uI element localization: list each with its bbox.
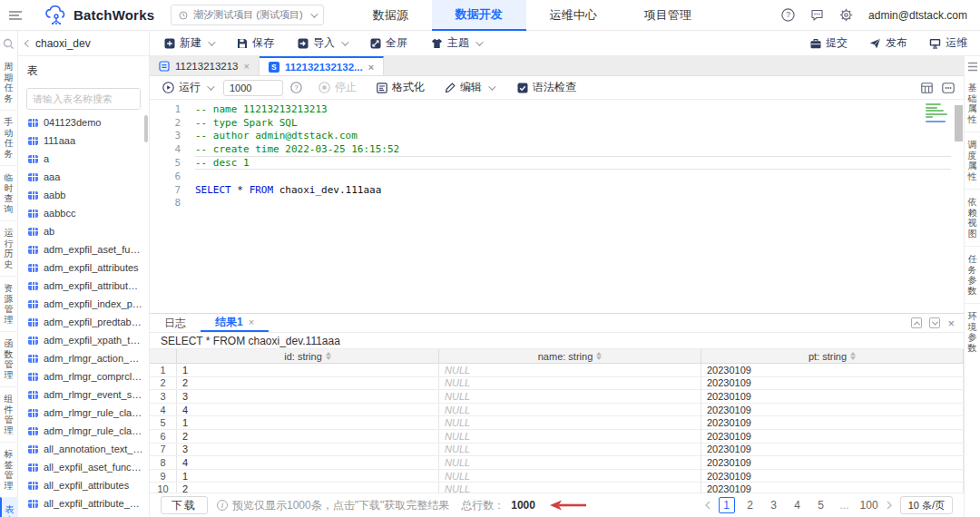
- expand-panel-icon[interactable]: [911, 317, 922, 328]
- new-button[interactable]: 新建: [164, 35, 213, 51]
- sort-icon[interactable]: [326, 352, 331, 360]
- nav-project-manage[interactable]: 项目管理: [621, 0, 715, 31]
- table-list-item[interactable]: a: [18, 150, 149, 168]
- table-list-item[interactable]: adm_rlmgr_comprcls_proper...: [18, 367, 149, 385]
- breadcrumb[interactable]: chaoxi_dev: [18, 31, 150, 55]
- rail-tab-run-history[interactable]: 运行历史: [0, 220, 18, 276]
- right-tab-basic-props[interactable]: 基础属性: [965, 75, 980, 132]
- table-list-item[interactable]: aaa: [18, 168, 149, 186]
- editor-tab-active[interactable]: S 112132132132... ×: [260, 56, 384, 75]
- page-button[interactable]: 4: [789, 497, 806, 513]
- right-tab-schedule-props[interactable]: 调度属性: [965, 132, 980, 189]
- help-icon[interactable]: ?: [781, 8, 795, 22]
- sidebar-scrollbar[interactable]: [144, 115, 148, 142]
- message-icon[interactable]: [810, 8, 824, 22]
- rail-tab-function-manage[interactable]: 函数管理: [0, 331, 18, 386]
- column-header-pt[interactable]: pt: string: [701, 349, 964, 363]
- rail-tab-table-query[interactable]: 表查询: [0, 497, 18, 517]
- table-list-item[interactable]: all_expfil_def_index_params: [18, 512, 149, 517]
- save-button[interactable]: 保存: [237, 35, 274, 51]
- table-list-item[interactable]: adm_expfil_predtab_attribut...: [18, 313, 149, 331]
- table-list-item[interactable]: aabb: [18, 186, 149, 204]
- ops-button[interactable]: 运维: [929, 35, 967, 51]
- table-list-item[interactable]: adm_expfil_index_params: [18, 295, 149, 313]
- page-size-select[interactable]: 10 条/页: [900, 496, 953, 514]
- table-list-item[interactable]: all_expfil_aset_functions: [18, 458, 149, 476]
- editor-scrollbar[interactable]: [955, 105, 963, 141]
- column-header-id[interactable]: id: string: [177, 349, 439, 363]
- table-list-item[interactable]: all_annotation_text_metadata: [18, 440, 149, 458]
- format-button[interactable]: 格式化: [377, 80, 425, 95]
- page-button[interactable]: 1: [719, 497, 735, 513]
- nav-ops-center[interactable]: 运维中心: [526, 0, 621, 31]
- prev-page-icon[interactable]: [704, 501, 711, 510]
- close-icon[interactable]: ×: [368, 62, 374, 73]
- close-panel-icon[interactable]: ×: [947, 317, 955, 330]
- sort-icon[interactable]: [596, 352, 602, 360]
- run-button[interactable]: 运行: [162, 80, 212, 95]
- table-list-item[interactable]: all_expfil_attributes: [18, 476, 149, 494]
- table-view-icon[interactable]: [921, 83, 933, 93]
- fullscreen-button[interactable]: 全屏: [370, 35, 407, 51]
- page-button[interactable]: 2: [742, 497, 759, 513]
- project-selector[interactable]: 潮汐测试项目 (测试项目): [171, 5, 323, 25]
- right-tab-env-params[interactable]: 环境参数: [965, 303, 980, 360]
- column-header-name[interactable]: name: string: [439, 349, 701, 363]
- syntax-check-button[interactable]: 语法检查: [517, 80, 576, 95]
- nav-data-develop[interactable]: 数据开发: [432, 0, 526, 31]
- import-button[interactable]: 导入: [298, 35, 347, 51]
- right-tab-task-params[interactable]: 任务参数: [965, 246, 980, 303]
- rail-tab-adhoc-query[interactable]: 临时查询: [0, 165, 18, 220]
- rail-tab-resource-manage[interactable]: 资源管理: [0, 276, 18, 331]
- gear-icon[interactable]: [839, 8, 853, 22]
- right-tab-dependency-view[interactable]: 依赖视图: [965, 189, 980, 246]
- table-list-item[interactable]: adm_rlmgr_event_structs: [18, 385, 149, 404]
- table-list-item[interactable]: adm_expfil_attribute_sets: [18, 277, 149, 295]
- editor-tab[interactable]: 11213213213 ×: [150, 56, 260, 75]
- publish-button[interactable]: 发布: [869, 35, 907, 51]
- submit-button[interactable]: 提交: [810, 35, 848, 51]
- stop-button[interactable]: 停止: [318, 80, 357, 95]
- table-list-item[interactable]: adm_expfil_attributes: [18, 258, 149, 277]
- page-button[interactable]: 3: [766, 497, 782, 513]
- menu-hamburger-icon[interactable]: [9, 9, 22, 22]
- next-page-icon[interactable]: [886, 501, 893, 510]
- table-search-input[interactable]: [27, 89, 141, 109]
- task-doc-icon: [159, 61, 170, 72]
- editor-tabbar: 11213213213 × S 112132132132... ×: [150, 56, 964, 76]
- limit-help-icon[interactable]: ?: [290, 82, 302, 93]
- rail-search-icon[interactable]: [3, 38, 15, 50]
- table-list-item[interactable]: adm_rlmgr_rule_classes: [18, 404, 149, 422]
- edit-button[interactable]: 编辑: [445, 80, 494, 95]
- sql-code-editor[interactable]: 1-- name 11213213213213 2-- type Spark S…: [150, 100, 964, 313]
- more-options-icon[interactable]: [942, 83, 955, 93]
- log-tab[interactable]: 日志: [150, 314, 201, 332]
- rail-tab-cycle-tasks[interactable]: 周期任务: [0, 55, 18, 110]
- user-account[interactable]: admin@dtstack.com: [868, 9, 967, 22]
- table-list-item[interactable]: ab: [18, 222, 149, 240]
- rail-tab-manual-tasks[interactable]: 手动任务: [0, 110, 18, 165]
- table-list-item[interactable]: 041123demo: [18, 113, 149, 132]
- download-button[interactable]: 下载: [161, 496, 208, 514]
- table-list-item[interactable]: all_expfil_attribute_sets: [18, 494, 149, 512]
- table-list-item[interactable]: adm_rlmgr_action_errors: [18, 349, 149, 367]
- close-icon[interactable]: ×: [244, 61, 250, 72]
- table-list-item[interactable]: adm_rlmgr_rule_class_status: [18, 422, 149, 440]
- close-icon[interactable]: ×: [249, 317, 254, 327]
- page-button[interactable]: 5: [813, 497, 829, 513]
- table-list-item[interactable]: adm_expfil_xpath_tags: [18, 331, 149, 349]
- panel-list-icon[interactable]: [967, 62, 978, 72]
- run-icon: [162, 82, 174, 93]
- collapse-panel-icon[interactable]: [929, 317, 940, 328]
- row-limit-input[interactable]: [223, 80, 283, 96]
- table-list-item[interactable]: adm_expfil_aset_functions: [18, 240, 149, 258]
- table-list-item[interactable]: 111aaa: [18, 132, 149, 150]
- nav-datasource[interactable]: 数据源: [349, 0, 432, 31]
- table-list-item[interactable]: aabbcc: [18, 204, 149, 222]
- rail-tab-tag-manage[interactable]: 标签管理: [0, 442, 18, 497]
- rail-tab-component-manage[interactable]: 组件管理: [0, 386, 18, 442]
- sort-icon[interactable]: [850, 352, 856, 360]
- page-button[interactable]: 100: [860, 497, 878, 513]
- result-tab[interactable]: 结果1 ×: [201, 314, 269, 332]
- theme-button[interactable]: 主题: [431, 35, 481, 51]
